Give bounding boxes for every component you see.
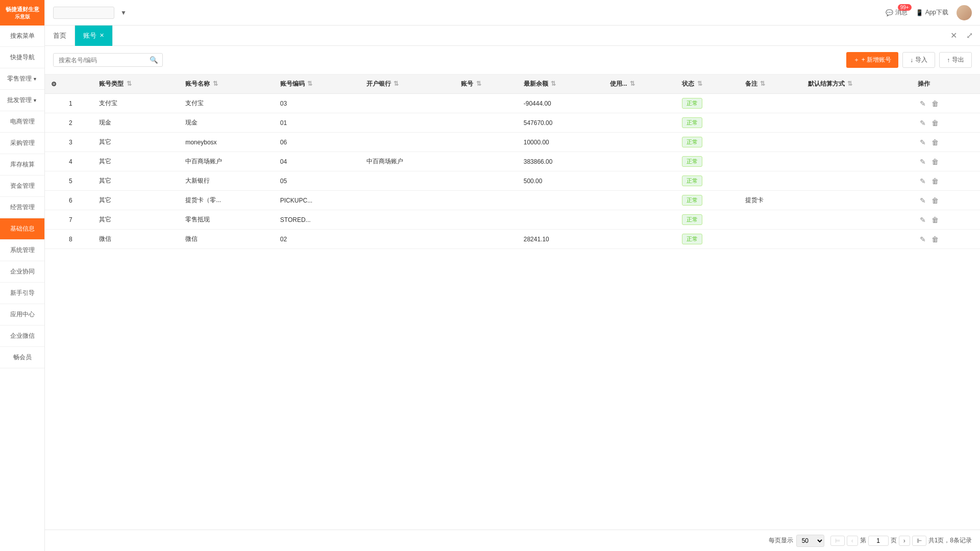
edit-button[interactable]: ✎: [918, 195, 928, 206]
tab-accounts-close[interactable]: ✕: [100, 32, 104, 39]
page-first-button[interactable]: ⊨: [830, 536, 845, 546]
sidebar-item-ecommerce-mgmt[interactable]: 电商管理: [0, 111, 44, 133]
cell-default-payment: [802, 191, 912, 210]
cell-account-type: 微信: [93, 230, 179, 249]
sidebar-label-quick-nav: 快捷导航: [10, 54, 35, 61]
app-download-button[interactable]: 📱 App下载: [916, 8, 948, 17]
header-search-input[interactable]: [53, 7, 114, 19]
page-prev-button[interactable]: ‹: [847, 536, 858, 546]
status-badge: 正常: [682, 195, 702, 206]
delete-button[interactable]: 🗑: [929, 215, 941, 225]
sidebar-item-purchase-mgmt[interactable]: 采购管理: [0, 133, 44, 154]
per-page-selector: 每页显示 102050100: [769, 535, 824, 547]
footer: 每页显示 102050100 ⊨ ‹ 第 页 › ⊩ 共1页，8条记录: [45, 530, 980, 551]
cell-account-code: PICKUPC...: [274, 191, 360, 210]
sidebar-label-finance-mgmt: 资金管理: [10, 182, 35, 189]
col-latest-balance[interactable]: 最新余额 ⇅: [518, 74, 604, 94]
sidebar-item-inventory[interactable]: 库存核算: [0, 154, 44, 176]
cell-account-name: 中百商场账户: [179, 152, 274, 171]
col-account-code[interactable]: 账号编码 ⇅: [274, 74, 360, 94]
per-page-select[interactable]: 102050100: [796, 535, 824, 547]
sidebar-label-wholesale-mgmt: 批发管理: [7, 96, 32, 105]
delete-button[interactable]: 🗑: [929, 195, 941, 206]
tab-home-label: 首页: [53, 31, 66, 40]
sidebar-item-search-menu[interactable]: 搜索菜单: [0, 26, 44, 47]
avatar[interactable]: [957, 5, 972, 20]
edit-button[interactable]: ✎: [918, 118, 928, 128]
edit-button[interactable]: ✎: [918, 137, 928, 147]
tab-home[interactable]: 首页: [45, 26, 75, 46]
table-row: 2 现金 现金 01 547670.00 正常 ✎ 🗑: [45, 113, 980, 133]
sidebar-item-newbie-guide[interactable]: 新手引导: [0, 283, 44, 304]
cell-usage: [604, 133, 676, 152]
edit-button[interactable]: ✎: [918, 234, 928, 244]
col-account-type[interactable]: 账号类型 ⇅: [93, 74, 179, 94]
search-button[interactable]: 🔍: [145, 54, 162, 66]
page-next-button[interactable]: ›: [899, 536, 910, 546]
cell-account-name: 微信: [179, 230, 274, 249]
edit-button[interactable]: ✎: [918, 157, 928, 167]
cell-num: 8: [63, 230, 93, 249]
search-input[interactable]: [54, 54, 145, 66]
sidebar-item-wholesale-mgmt[interactable]: 批发管理▼: [0, 90, 44, 111]
sidebar-item-quick-nav[interactable]: 快捷导航: [0, 47, 44, 68]
delete-button[interactable]: 🗑: [929, 137, 941, 147]
cell-bank: [360, 113, 455, 133]
sidebar-item-member[interactable]: 畅会员: [0, 347, 44, 368]
sidebar-item-operations-mgmt[interactable]: 经营管理: [0, 197, 44, 218]
edit-button[interactable]: ✎: [918, 215, 928, 225]
cell-account-no: [455, 230, 517, 249]
sidebar-item-finance-mgmt[interactable]: 资金管理: [0, 176, 44, 197]
sidebar-item-basic-info[interactable]: 基础信息: [0, 218, 44, 240]
status-badge: 正常: [682, 214, 702, 225]
cell-status: 正常: [676, 133, 739, 152]
table-row: 3 其它 moneybosx 06 10000.00 正常 ✎ 🗑: [45, 133, 980, 152]
col-settings[interactable]: ⚙: [45, 74, 63, 94]
cell-account-no: [455, 191, 517, 210]
status-badge: 正常: [682, 156, 702, 167]
cell-remarks: [739, 230, 801, 249]
sidebar-label-newbie-guide: 新手引导: [10, 289, 35, 296]
col-remarks[interactable]: 备注 ⇅: [739, 74, 801, 94]
col-account-no[interactable]: 账号 ⇅: [455, 74, 517, 94]
cell-default-payment: [802, 113, 912, 133]
sidebar-item-retail-mgmt[interactable]: 零售管理▼: [0, 68, 44, 90]
edit-button[interactable]: ✎: [918, 98, 928, 109]
sidebar-item-system-mgmt[interactable]: 系统管理: [0, 240, 44, 261]
cell-gear: [45, 133, 63, 152]
edit-button[interactable]: ✎: [918, 176, 928, 186]
tab-maximize-button[interactable]: ⤢: [963, 30, 976, 41]
col-default-payment[interactable]: 默认结算方式 ⇅: [802, 74, 912, 94]
col-bank[interactable]: 开户银行 ⇅: [360, 74, 455, 94]
page-number-input[interactable]: [868, 536, 889, 546]
header-dropdown[interactable]: ▼: [120, 9, 127, 16]
page-last-button[interactable]: ⊩: [912, 536, 926, 546]
cell-account-code: 06: [274, 133, 360, 152]
delete-button[interactable]: 🗑: [929, 157, 941, 167]
sidebar-item-enterprise-wechat[interactable]: 企业微信: [0, 325, 44, 347]
cell-gear: [45, 94, 63, 113]
export-button[interactable]: ↑ 导出: [939, 52, 972, 68]
message-button[interactable]: 💬 消息 99+: [886, 8, 908, 17]
tab-close-button[interactable]: ✕: [947, 30, 960, 41]
import-button[interactable]: ↓ 导入: [902, 52, 935, 68]
col-usage[interactable]: 使用... ⇅: [604, 74, 676, 94]
delete-button[interactable]: 🗑: [929, 118, 941, 128]
cell-gear: [45, 152, 63, 171]
cell-usage: [604, 152, 676, 171]
add-account-button[interactable]: ＋ + 新增账号: [846, 52, 898, 68]
cell-remarks: 提货卡: [739, 191, 801, 210]
col-status[interactable]: 状态 ⇅: [676, 74, 739, 94]
sidebar-label-purchase-mgmt: 采购管理: [10, 139, 35, 146]
sidebar-item-app-center[interactable]: 应用中心: [0, 304, 44, 325]
add-account-label: + 新增账号: [862, 56, 891, 64]
col-account-name[interactable]: 账号名称 ⇅: [179, 74, 274, 94]
page-label: 第: [860, 536, 866, 545]
delete-button[interactable]: 🗑: [929, 98, 941, 109]
tab-accounts[interactable]: 账号 ✕: [75, 26, 113, 46]
sidebar-item-enterprise-agreement[interactable]: 企业协同: [0, 261, 44, 283]
delete-button[interactable]: 🗑: [929, 176, 941, 186]
delete-button[interactable]: 🗑: [929, 234, 941, 244]
cell-usage: [604, 171, 676, 191]
cell-remarks: [739, 210, 801, 230]
